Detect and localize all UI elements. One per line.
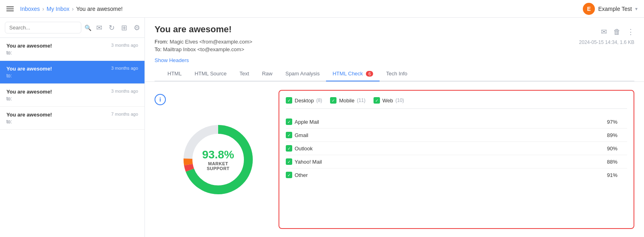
stat-name: ✓ Outlook xyxy=(286,145,607,152)
email-to: to: xyxy=(6,96,138,102)
hamburger-icon[interactable] xyxy=(6,6,14,11)
tab-tech-info[interactable]: Tech Info xyxy=(380,67,414,81)
stat-row: ✓ Outlook 90% xyxy=(286,142,627,155)
refresh-icon[interactable]: ↻ xyxy=(109,23,115,32)
email-to: to: xyxy=(6,119,138,125)
user-name: Example Test xyxy=(598,6,632,12)
stat-checkbox[interactable]: ✓ xyxy=(286,145,292,152)
email-list-item[interactable]: You are awesome! 3 months ago to: xyxy=(0,38,144,61)
stat-percent: 88% xyxy=(607,159,627,165)
filter-label: Mobile xyxy=(339,98,354,104)
stat-percent: 90% xyxy=(607,146,627,152)
checkbox-desktop[interactable]: ✓ xyxy=(286,97,292,104)
email-time: 3 months ago xyxy=(111,89,138,94)
tab-raw[interactable]: Raw xyxy=(256,67,279,81)
from-label: From: xyxy=(155,39,168,45)
email-time: 3 months ago xyxy=(111,43,138,48)
tab-html-check[interactable]: HTML Check 6 xyxy=(326,67,380,81)
sidebar: 🔍 ✉ ↻ ⊞ ⚙ You are awesome! 3 months ago … xyxy=(0,18,145,237)
breadcrumb-separator-1: › xyxy=(42,6,44,12)
breadcrumb-separator-2: › xyxy=(72,6,74,12)
stat-name: ✓ Apple Mail xyxy=(286,118,607,125)
checkbox-web[interactable]: ✓ xyxy=(374,97,380,104)
filter-label: Desktop xyxy=(295,98,314,104)
donut-label: MARKET SUPPORT xyxy=(202,161,234,171)
breadcrumb-my-inbox[interactable]: My Inbox xyxy=(47,6,70,12)
filter-label: Web xyxy=(382,98,393,104)
show-headers-link[interactable]: Show Headers xyxy=(155,57,189,63)
email-list-item[interactable]: You are awesome! 3 months ago to: xyxy=(0,84,144,107)
filter-count: (10) xyxy=(396,98,404,103)
email-to: to: xyxy=(6,73,138,79)
info-button[interactable]: i xyxy=(155,94,166,105)
email-list-item[interactable]: You are awesome! 3 months ago to: xyxy=(0,61,144,84)
stat-name: ✓ Other xyxy=(286,172,607,178)
filter-item-mobile[interactable]: ✓ Mobile (11) xyxy=(330,97,365,104)
stats-list: ✓ Apple Mail 97% ✓ Gmail 89% ✓ Outlook 9… xyxy=(286,115,627,181)
stat-row: ✓ Yahoo! Mail 88% xyxy=(286,155,627,168)
email-list: You are awesome! 3 months ago to: You ar… xyxy=(0,38,144,237)
stat-row: ✓ Gmail 89% xyxy=(286,129,627,142)
stat-checkbox[interactable]: ✓ xyxy=(286,132,292,138)
user-avatar: E xyxy=(583,3,595,15)
stat-name: ✓ Gmail xyxy=(286,132,607,138)
tab-spam-analysis[interactable]: Spam Analysis xyxy=(279,67,326,81)
tab-badge: 6 xyxy=(366,71,373,77)
search-icon: 🔍 xyxy=(85,25,91,31)
checkbox-mobile[interactable]: ✓ xyxy=(330,97,336,104)
stat-checkbox[interactable]: ✓ xyxy=(286,118,292,125)
donut-percent: 93.8% xyxy=(202,148,234,161)
email-subject: You are awesome! xyxy=(6,89,52,95)
stat-checkbox[interactable]: ✓ xyxy=(286,158,292,165)
right-panel: You are awesome! From: Magic Elves <from… xyxy=(145,18,644,237)
filter-count: (11) xyxy=(357,98,365,103)
email-to: to: xyxy=(6,50,138,56)
settings-icon[interactable]: ⚙ xyxy=(134,23,140,32)
content-area: i 93.8% xyxy=(145,82,644,237)
stats-panel: ✓ Desktop (8) ✓ Mobile (11) ✓ Web (10) ✓… xyxy=(279,90,634,229)
compose-icon[interactable]: ✉ xyxy=(601,27,607,36)
filter-icon[interactable]: ⊞ xyxy=(121,23,127,32)
user-menu[interactable]: E Example Test ▾ xyxy=(583,3,638,15)
stat-row: ✓ Other 91% xyxy=(286,168,627,181)
breadcrumb-inboxes[interactable]: Inboxes xyxy=(20,6,40,12)
filter-item-web[interactable]: ✓ Web (10) xyxy=(374,97,404,104)
stat-checkbox[interactable]: ✓ xyxy=(286,172,292,178)
chevron-down-icon: ▾ xyxy=(635,6,638,12)
stat-percent: 97% xyxy=(607,119,627,125)
email-time: 7 months ago xyxy=(111,112,138,116)
breadcrumb-current: You are awesome! xyxy=(76,6,122,12)
stat-name: ✓ Yahoo! Mail xyxy=(286,158,607,165)
stat-row: ✓ Apple Mail 97% xyxy=(286,115,627,129)
filter-count: (8) xyxy=(316,98,322,103)
email-date: 2024-05-15 14:34, 1.6 KB xyxy=(579,40,634,45)
filter-row: ✓ Desktop (8) ✓ Mobile (11) ✓ Web (10) xyxy=(286,97,627,109)
stat-percent: 89% xyxy=(607,132,627,138)
stat-percent: 91% xyxy=(607,172,627,178)
tab-html[interactable]: HTML xyxy=(161,67,188,81)
chart-area: 93.8% MARKET SUPPORT xyxy=(166,90,270,229)
inbox-icon[interactable]: ✉ xyxy=(96,23,102,32)
tabs-bar: HTMLHTML SourceTextRawSpam AnalysisHTML … xyxy=(155,67,634,81)
search-input[interactable] xyxy=(5,22,81,33)
delete-icon[interactable]: 🗑 xyxy=(613,28,621,36)
to-label: To: xyxy=(155,46,161,52)
email-subject: You are awesome! xyxy=(6,43,52,49)
more-actions-icon[interactable]: ⋮ xyxy=(627,27,634,36)
email-title: You are awesome! xyxy=(155,24,252,35)
email-subject: You are awesome! xyxy=(6,112,52,118)
email-time: 3 months ago xyxy=(111,66,138,71)
email-list-item[interactable]: You are awesome! 7 months ago to: xyxy=(0,107,144,130)
filter-item-desktop[interactable]: ✓ Desktop (8) xyxy=(286,97,322,104)
tab-text[interactable]: Text xyxy=(233,67,256,81)
to-value: Mailtrap Inbox <to@example.com> xyxy=(163,46,244,52)
from-value: Magic Elves <from@example.com> xyxy=(170,39,252,45)
email-subject: You are awesome! xyxy=(6,66,52,72)
tab-html-source[interactable]: HTML Source xyxy=(188,67,233,81)
